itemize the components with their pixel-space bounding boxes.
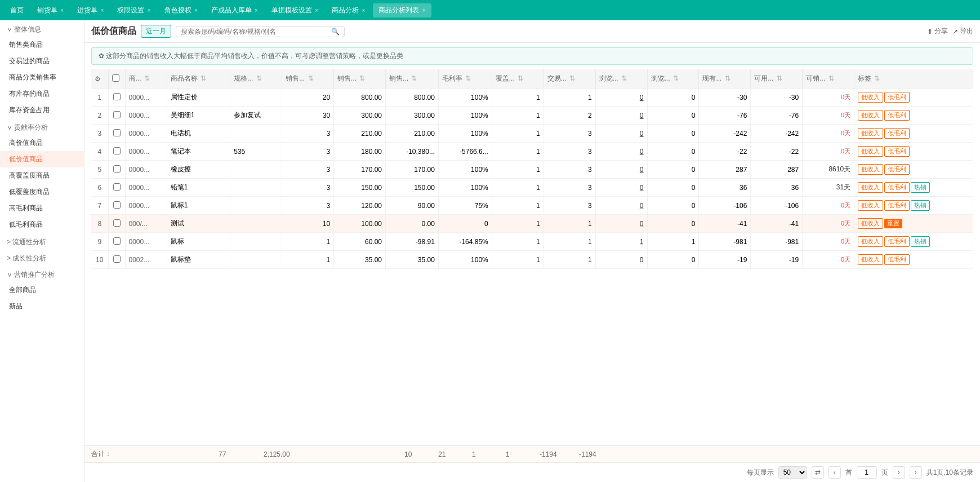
nav-item-analysis-list[interactable]: 商品分析列表 × (373, 3, 431, 17)
sidebar-item-capital[interactable]: 库存资金占用 (0, 102, 84, 118)
row-browse1[interactable]: 1 (595, 233, 647, 251)
close-template-icon[interactable]: × (315, 7, 318, 14)
sidebar-item-high-margin[interactable]: 高毛利商品 (0, 200, 84, 216)
search-box[interactable]: 🔍 (176, 26, 345, 37)
row-browse1[interactable]: 0 (595, 125, 647, 143)
row-checkbox[interactable] (113, 219, 121, 227)
row-checkbox[interactable] (113, 111, 121, 118)
search-input[interactable] (181, 28, 329, 36)
col-name[interactable]: 商品名称 ⇅ (167, 69, 230, 89)
col-cover[interactable]: 覆盖... ⇅ (492, 69, 544, 89)
nav-item-product[interactable]: 产成品入库单 × (206, 3, 264, 17)
col-gross[interactable]: 毛利率 ⇅ (438, 69, 492, 89)
nav-item-permission[interactable]: 权限设置 × (112, 3, 156, 17)
browse1-link[interactable]: 0 (640, 220, 644, 228)
row-checkbox-cell[interactable] (108, 251, 125, 269)
sidebar-item-low-margin[interactable]: 低毛利商品 (0, 216, 84, 233)
browse1-link[interactable]: 1 (640, 238, 644, 246)
share-button[interactable]: ⬆ 分享 (927, 26, 948, 36)
sidebar-item-high-value[interactable]: 高价值商品 (0, 135, 84, 151)
nav-item-home[interactable]: 首页 (5, 3, 29, 17)
nav-item-analysis[interactable]: 商品分析 × (326, 3, 371, 17)
close-purchase-icon[interactable]: × (101, 7, 104, 14)
col-code[interactable]: 商... ⇅ (125, 69, 167, 89)
row-checkbox[interactable] (113, 183, 121, 191)
col-tags[interactable]: 标签 ⇅ (854, 69, 973, 89)
row-checkbox[interactable] (113, 93, 121, 100)
row-checkbox[interactable] (113, 129, 121, 136)
close-analysis-list-icon[interactable]: × (422, 7, 426, 14)
row-checkbox-cell[interactable] (108, 89, 125, 107)
page-input[interactable] (857, 466, 877, 479)
sidebar-item-sales-goods[interactable]: 销售类商品 (0, 37, 84, 53)
next-page-button[interactable]: › (893, 466, 905, 479)
row-checkbox-cell[interactable] (108, 197, 125, 215)
prev-page-button[interactable]: ‹ (828, 466, 841, 479)
col-spec[interactable]: 规格... ⇅ (230, 69, 282, 89)
table-container[interactable]: ⚙ 商... ⇅ 商品名称 ⇅ 规格... ⇅ 销售... ⇅ 销售... ⇅ … (84, 69, 980, 445)
close-product-icon[interactable]: × (255, 7, 258, 14)
row-browse1[interactable]: 0 (595, 197, 647, 215)
sidebar-item-low-value[interactable]: 低价值商品 (0, 151, 84, 167)
row-checkbox-cell[interactable] (108, 143, 125, 161)
nav-item-purchase[interactable]: 进货单 × (72, 3, 109, 17)
row-checkbox-cell[interactable] (108, 233, 125, 251)
last-page-button[interactable]: › (910, 466, 922, 479)
filter-button[interactable]: 近一月 (141, 25, 171, 38)
row-checkbox-cell[interactable] (108, 179, 125, 197)
row-browse1[interactable]: 0 (595, 161, 647, 179)
sidebar-item-category-rate[interactable]: 商品分类销售率 (0, 69, 84, 86)
browse1-link[interactable]: 0 (640, 166, 644, 174)
row-checkbox-cell[interactable] (108, 107, 125, 125)
browse1-link[interactable]: 0 (640, 202, 644, 210)
sidebar-item-all-goods[interactable]: 全部商品 (0, 282, 84, 298)
close-permission-icon[interactable]: × (148, 7, 151, 14)
col-sale2[interactable]: 销售... ⇅ (385, 69, 438, 89)
first-page-button[interactable]: ⇄ (812, 466, 824, 479)
col-settings[interactable]: ⚙ (91, 69, 108, 89)
row-browse1[interactable]: 0 (595, 215, 647, 233)
select-all-checkbox[interactable] (112, 74, 119, 82)
sidebar-section-contribution[interactable]: ∨ 贡献率分析 (0, 118, 84, 135)
close-analysis-icon[interactable]: × (362, 7, 365, 14)
row-browse1[interactable]: 0 (595, 143, 647, 161)
row-browse1[interactable]: 0 (595, 89, 647, 107)
row-checkbox[interactable] (113, 165, 121, 173)
search-icon[interactable]: 🔍 (331, 28, 340, 36)
row-checkbox[interactable] (113, 255, 121, 263)
sidebar-item-traded[interactable]: 交易过的商品 (0, 53, 84, 69)
browse1-link[interactable]: 0 (640, 112, 644, 120)
col-sale-qty[interactable]: 销售... ⇅ (282, 69, 334, 89)
sidebar-section-growth[interactable]: > 成长性分析 (0, 249, 84, 266)
sidebar-item-stock-goods[interactable]: 有库存的商品 (0, 86, 84, 102)
row-checkbox-cell[interactable] (108, 125, 125, 143)
close-sales-icon[interactable]: × (60, 7, 64, 14)
browse1-link[interactable]: 0 (640, 148, 644, 156)
col-sellable[interactable]: 可销... ⇅ (803, 69, 854, 89)
browse1-link[interactable]: 0 (640, 130, 644, 138)
nav-item-template[interactable]: 单据模板设置 × (266, 3, 324, 17)
col-checkbox[interactable] (108, 69, 125, 89)
col-browse2[interactable]: 浏览... ⇅ (647, 69, 699, 89)
sidebar-section-overall[interactable]: ∨ 整体信息 (0, 20, 84, 37)
row-browse1[interactable]: 0 (595, 179, 647, 197)
nav-item-sales[interactable]: 销货单 × (32, 3, 69, 17)
col-avail[interactable]: 可用... ⇅ (751, 69, 803, 89)
nav-item-role[interactable]: 角色授权 × (159, 3, 203, 17)
browse1-link[interactable]: 0 (640, 184, 644, 192)
sidebar-item-high-coverage[interactable]: 高覆盖度商品 (0, 167, 84, 184)
row-checkbox-cell[interactable] (108, 215, 125, 233)
row-checkbox[interactable] (113, 147, 121, 154)
per-page-select[interactable]: 50 100 200 (778, 466, 807, 479)
col-browse1[interactable]: 浏览... ⇅ (595, 69, 647, 89)
sidebar-item-new-goods[interactable]: 新品 (0, 298, 84, 315)
row-checkbox[interactable] (113, 201, 121, 209)
close-role-icon[interactable]: × (194, 7, 198, 14)
sidebar-section-marketing[interactable]: ∨ 营销推广分析 (0, 266, 84, 282)
row-checkbox[interactable] (113, 237, 121, 245)
row-browse1[interactable]: 0 (595, 251, 647, 269)
row-browse1[interactable]: 0 (595, 107, 647, 125)
export-button[interactable]: ↗ 导出 (952, 26, 973, 36)
sidebar-section-circulation[interactable]: > 流通性分析 (0, 233, 84, 249)
browse1-link[interactable]: 0 (640, 94, 644, 101)
